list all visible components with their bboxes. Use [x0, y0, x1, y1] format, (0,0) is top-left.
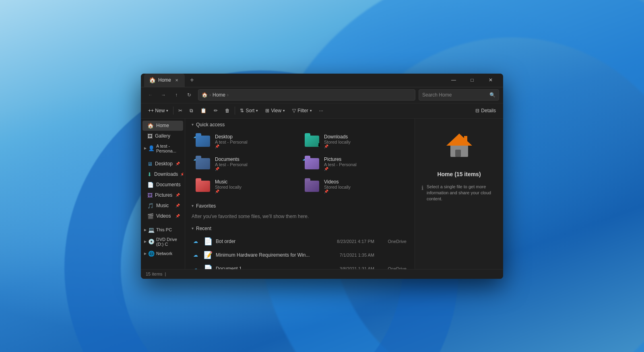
details-icon: ⊟: [475, 108, 479, 113]
qa-item-documents[interactable]: ☁ Documents A test - Personal 📌: [192, 153, 299, 174]
minimize-button[interactable]: —: [444, 74, 463, 86]
cut-button[interactable]: ✂: [175, 106, 186, 115]
favorites-header[interactable]: ▾ Favorites: [192, 203, 408, 209]
sidebar-item-documents[interactable]: 📄 Documents 📌: [142, 180, 183, 190]
sidebar-videos-label: Videos: [156, 213, 171, 219]
tab-close-button[interactable]: ✕: [173, 77, 180, 83]
up-button[interactable]: ↑: [171, 89, 182, 101]
sidebar: 🏠 Home 🖼 Gallery ▶ 👤 A test - Persona...…: [141, 119, 185, 269]
delete-button[interactable]: 🗑: [222, 106, 233, 115]
file-area: ▾ Quick access ☁ Desktop A test - Person…: [185, 119, 415, 269]
qa-downloads-pin: 📌: [324, 144, 404, 148]
sidebar-item-gallery[interactable]: 🖼 Gallery: [142, 131, 183, 141]
qa-music-pin: 📌: [215, 189, 295, 193]
qa-chevron-icon: ▾: [192, 122, 194, 127]
filter-button[interactable]: ▽ Filter ▾: [289, 106, 315, 115]
sidebar-documents-label: Documents: [156, 182, 181, 187]
dvd-chevron-icon: ▶: [144, 240, 147, 243]
address-bar[interactable]: 🏠 › Home ›: [198, 89, 415, 101]
view-button[interactable]: ⊞ View ▾: [262, 106, 288, 115]
quick-access-grid: ☁ Desktop A test - Personal 📌 ⬇: [192, 131, 408, 197]
sidebar-home-label: Home: [156, 123, 169, 128]
refresh-button[interactable]: ↻: [184, 89, 195, 101]
qa-pictures-sub: A test - Personal: [324, 162, 404, 167]
sidebar-item-pictures[interactable]: 🖼 Pictures 📌: [142, 190, 183, 200]
qa-item-pictures[interactable]: ☁ Pictures A test - Personal 📌: [301, 153, 408, 174]
window-controls: — □ ✕: [444, 74, 500, 86]
copy-button[interactable]: ⧉: [186, 106, 196, 115]
more-button[interactable]: ···: [316, 106, 326, 115]
forward-button[interactable]: →: [158, 89, 169, 101]
svg-rect-3: [464, 136, 467, 142]
qa-item-videos[interactable]: Videos Stored locally 📌: [301, 176, 408, 197]
svg-marker-2: [446, 134, 472, 146]
min-hw-date: 7/1/2021 1:35 AM: [322, 253, 374, 257]
qa-item-music[interactable]: Music Stored locally 📌: [192, 176, 299, 197]
navigation-toolbar: ← → ↑ ↻ 🏠 › Home › Search Home 🔍: [141, 87, 503, 103]
sidebar-item-desktop[interactable]: 🖥 Desktop 📌: [142, 159, 183, 169]
breadcrumb-home: Home: [213, 92, 225, 98]
quick-access-label: Quick access: [196, 122, 225, 128]
document1-date: 3/8/2021 1:31 AM: [322, 266, 374, 269]
bot-order-file-icon: 📄: [204, 237, 212, 246]
videos-pin-icon: 📌: [175, 214, 180, 218]
bot-order-location: OneDrive: [378, 239, 407, 244]
rename-button[interactable]: ✏: [211, 106, 221, 115]
favorites-chevron-icon: ▾: [192, 204, 194, 208]
quick-access-header[interactable]: ▾ Quick access: [192, 122, 408, 128]
svg-rect-1: [455, 150, 461, 157]
copy-icon: ⧉: [190, 108, 193, 113]
favorites-empty-message: After you've favorited some files, we'll…: [192, 212, 408, 226]
sidebar-item-network[interactable]: ▶ 🌐 Network: [141, 249, 185, 259]
maximize-button[interactable]: □: [463, 74, 481, 86]
sidebar-item-videos[interactable]: 🎬 Videos 📌: [142, 211, 183, 221]
home-breadcrumb-icon: 🏠: [202, 92, 208, 98]
detail-panel: Home (15 items) ℹ Select a single file t…: [415, 119, 503, 269]
a-test-icon: 👤: [148, 145, 155, 151]
sidebar-item-downloads[interactable]: ⬇ Downloads 📌: [142, 169, 183, 179]
new-button[interactable]: + + New ▾: [145, 106, 171, 115]
min-hw-name: Minimum Hardware Requirements for Win...: [216, 252, 318, 258]
search-box[interactable]: Search Home 🔍: [419, 89, 499, 101]
title-bar: 🏠 Home ✕ + — □ ✕: [141, 74, 503, 87]
recent-item-bot-order[interactable]: ☁ 📄 Bot order 8/23/2021 4:17 PM OneDrive: [192, 235, 408, 248]
music-pin-icon: 📌: [175, 204, 180, 208]
sidebar-item-dvd-drive[interactable]: ▶ 💿 DVD Drive (D:) C: [141, 235, 185, 249]
back-button[interactable]: ←: [145, 89, 156, 101]
details-button[interactable]: ⊟ Details: [472, 106, 499, 115]
sidebar-item-this-pc[interactable]: ▶ 💻 This PC: [141, 225, 185, 235]
downloads-pin-icon: 📌: [180, 172, 183, 176]
sidebar-item-a-test[interactable]: ▶ 👤 A test - Persona...: [141, 142, 185, 155]
delete-icon: 🗑: [225, 108, 230, 113]
qa-videos-sub: Stored locally: [324, 185, 404, 189]
sort-button[interactable]: ⇅ Sort ▾: [237, 106, 261, 115]
search-icon: 🔍: [489, 92, 495, 98]
new-tab-button[interactable]: +: [186, 74, 198, 86]
qa-item-downloads[interactable]: ⬇ Downloads Stored locally 📌: [301, 131, 408, 152]
view-dropdown-icon: ▾: [283, 109, 285, 113]
close-button[interactable]: ✕: [481, 74, 500, 86]
sidebar-gallery-label: Gallery: [155, 133, 170, 139]
a-test-chevron-icon: ▶: [144, 146, 147, 150]
recent-item-min-hw[interactable]: ☁ 📝 Minimum Hardware Requirements for Wi…: [192, 248, 408, 262]
rename-icon: ✏: [214, 108, 218, 113]
detail-info-icon: ℹ: [421, 184, 423, 192]
recent-item-document1[interactable]: ☁ 📄 Document 1 3/8/2021 1:31 AM OneDrive: [192, 262, 408, 269]
command-bar: + + New ▾ ✂ ⧉ 📋 ✏ 🗑 ⇅ Sort ▾ ⊞ View ▾ ▽ …: [141, 103, 503, 119]
recent-label: Recent: [196, 226, 211, 231]
qa-item-desktop[interactable]: ☁ Desktop A test - Personal 📌: [192, 131, 299, 152]
downloads-arrow-icon: ⬇: [317, 142, 321, 148]
paste-button[interactable]: 📋: [197, 106, 210, 115]
sidebar-item-music[interactable]: 🎵 Music 📌: [142, 201, 183, 211]
pictures-sidebar-icon: 🖼: [147, 192, 153, 198]
tab-area: 🏠 Home ✕ +: [144, 74, 444, 87]
qa-music-sub: Stored locally: [215, 185, 295, 189]
sidebar-item-home[interactable]: 🏠 Home: [142, 121, 183, 131]
favorites-label: Favorites: [196, 203, 216, 209]
detail-info: ℹ Select a single file to get more infor…: [421, 184, 497, 202]
home-sidebar-icon: 🏠: [147, 123, 154, 129]
this-pc-chevron-icon: ▶: [144, 228, 147, 232]
filter-icon: ▽: [292, 108, 296, 113]
recent-header[interactable]: ▾ Recent: [192, 226, 408, 231]
active-tab[interactable]: 🏠 Home ✕: [144, 74, 185, 87]
